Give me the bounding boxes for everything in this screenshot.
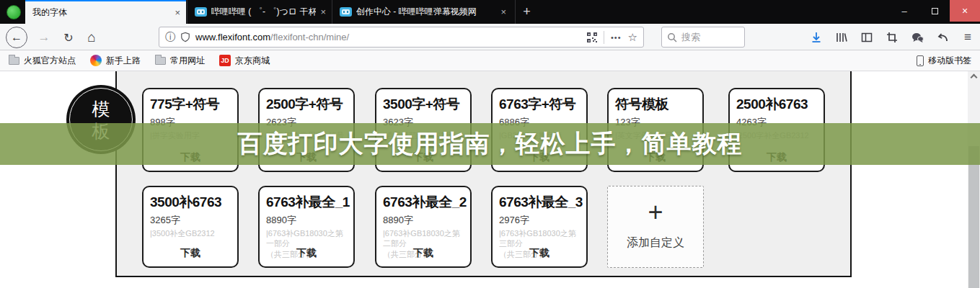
download-button[interactable]: 下载 (493, 247, 586, 260)
card-title: 3500字+符号 (383, 95, 464, 114)
firefox-icon (90, 55, 102, 66)
green-app-icon (6, 5, 21, 19)
maximize-button[interactable] (919, 0, 950, 22)
add-custom-template-card[interactable]: + 添加自定义 (607, 186, 704, 268)
download-button[interactable]: 下载 (144, 247, 237, 260)
undo-icon[interactable] (936, 31, 949, 44)
scrollbar-thumb[interactable] (968, 146, 979, 288)
bilibili-icon (340, 7, 352, 17)
forward-button[interactable]: → (33, 27, 55, 48)
bookmark-jd[interactable]: JD 京东商城 (219, 55, 270, 67)
bookmark-getting-started[interactable]: 新手上路 (90, 55, 141, 67)
chat-icon[interactable] (911, 31, 924, 44)
font-card[interactable]: 6763补最全_3 2976字 |6763补GB18030之第三部分（共三部分）… (491, 186, 588, 268)
tab-bilibili[interactable]: 哔哩哔哩 ( ゜- ゜)つロ 干杯~-bi × (187, 0, 332, 24)
card-title: 6763补最全_1 (266, 193, 347, 212)
bookmark-label: 火狐官方站点 (24, 55, 76, 67)
tab-bilibili-creator[interactable]: 创作中心 - 哔哩哔哩弹幕视频网 × (332, 0, 512, 24)
card-title: 6763补最全_2 (383, 193, 464, 212)
jd-icon: JD (219, 55, 231, 66)
bookmark-label: 常用网址 (170, 55, 205, 67)
card-title: 775字+符号 (150, 95, 231, 114)
tab-close-icon[interactable]: × (500, 6, 506, 17)
new-tab-button[interactable]: + (515, 0, 538, 24)
minimize-button[interactable]: – (889, 0, 919, 22)
card-count: 8890字 (383, 214, 464, 227)
bookmarks-bar: 火狐官方站点 新手上路 常用网址 JD 京东商城 移动版书签 (0, 50, 980, 71)
download-icon[interactable] (810, 31, 823, 44)
banner-text: 百度打印大字使用指南，轻松上手，简单教程 (238, 127, 743, 161)
tab-title: 创作中心 - 哔哩哔哩弹幕视频网 (356, 6, 496, 18)
search-input[interactable]: 搜索 (661, 27, 745, 48)
card-title: 2500补6763 (736, 95, 817, 114)
card-count: 8890字 (266, 214, 347, 227)
reload-button[interactable]: ↻ (58, 27, 79, 48)
page-actions-icon[interactable]: ••• (611, 33, 622, 42)
bookmark-star-icon[interactable]: ☆ (628, 31, 637, 44)
shield-icon[interactable] (180, 32, 190, 42)
mobile-bookmarks-label: 移动版书签 (928, 55, 971, 67)
card-count: 3265字 (150, 214, 231, 227)
card-description: |3500补全GB2312 (150, 228, 231, 238)
screenshot-icon[interactable] (886, 31, 899, 44)
mobile-bookmarks[interactable]: 移动版书签 (917, 50, 971, 71)
bookmark-label: 新手上路 (106, 55, 141, 67)
home-button[interactable]: ⌂ (81, 27, 102, 48)
url-text[interactable]: www.flexifont.com/flexifont-chn/mine/ (195, 32, 587, 42)
card-title: 3500补6763 (150, 193, 231, 212)
menu-icon[interactable]: ≡ (961, 31, 974, 44)
promo-banner: 百度打印大字使用指南，轻松上手，简单教程 (0, 123, 980, 165)
card-title: 6763补最全_3 (499, 193, 580, 212)
search-placeholder: 搜索 (681, 31, 700, 44)
card-title: 6763字+符号 (499, 95, 580, 114)
scroll-up-icon[interactable] (971, 74, 978, 81)
pinned-tab[interactable] (0, 0, 25, 24)
library-icon[interactable] (835, 31, 848, 44)
tab-my-fonts[interactable]: 我的字体 × (25, 0, 186, 24)
folder-icon (9, 57, 19, 65)
download-button[interactable]: 下载 (260, 247, 353, 260)
page-viewport: 模 板 775字+符号 898字 |拼字实验用字 下载 2500字+符号 262… (0, 71, 980, 288)
bookmark-label: 京东商城 (235, 55, 270, 67)
tab-close-icon[interactable]: × (320, 6, 326, 17)
phone-icon (917, 55, 924, 66)
font-card[interactable]: 6763补最全_1 8890字 |6763补GB18030之第一部分（共三部分）… (258, 186, 355, 268)
scrollbar[interactable] (968, 71, 980, 288)
maximize-icon (932, 8, 938, 14)
back-button[interactable]: ← (6, 27, 27, 48)
window-controls: – × (889, 0, 980, 22)
sidebar-icon[interactable] (860, 31, 873, 44)
card-title: 2500字+符号 (266, 95, 347, 114)
plus-icon: + (608, 199, 703, 225)
font-card[interactable]: 3500补6763 3265字 |3500补全GB2312 下载 (142, 186, 239, 268)
folder-icon (155, 57, 166, 65)
card-count: 2976字 (499, 214, 580, 227)
tab-title: 我的字体 (32, 6, 170, 19)
navigation-bar: ← → ↻ ⌂ ⓘ www.flexifont.com/flexifont-ch… (0, 24, 980, 50)
badge-text: 模 (66, 97, 136, 121)
url-domain: www.flexifont.com (195, 32, 270, 42)
tab-bar: 我的字体 × 哔哩哔哩 ( ゜- ゜)つロ 干杯~-bi × 创作中心 - 哔哩… (0, 0, 980, 24)
add-custom-label: 添加自定义 (608, 235, 703, 251)
qr-code-icon[interactable] (587, 32, 597, 42)
tab-title: 哔哩哔哩 ( ゜- ゜)つロ 干杯~-bi (211, 6, 316, 18)
download-button[interactable]: 下载 (376, 247, 470, 260)
info-icon[interactable]: ⓘ (165, 31, 175, 44)
card-title: 符号模板 (615, 95, 696, 114)
bilibili-icon (195, 7, 207, 17)
font-card[interactable]: 6763补最全_2 8890字 |6763补GB18030之第二部分（共三部分）… (375, 186, 472, 268)
bookmark-folder-firefox-official[interactable]: 火狐官方站点 (9, 55, 76, 67)
url-path: /flexifont-chn/mine/ (270, 32, 349, 42)
close-window-button[interactable]: × (950, 0, 980, 22)
search-icon (667, 32, 677, 42)
divider (604, 31, 604, 44)
bookmark-folder-common-sites[interactable]: 常用网址 (155, 55, 205, 67)
url-bar[interactable]: ⓘ www.flexifont.com/flexifont-chn/mine/ … (159, 27, 644, 48)
tab-close-icon[interactable]: × (175, 7, 180, 18)
